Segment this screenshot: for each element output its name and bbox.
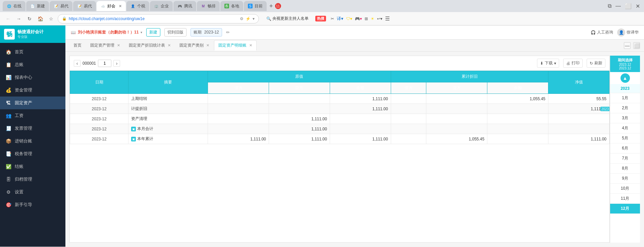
sidebar-item-fund-management[interactable]: 💰 资金管理 bbox=[0, 84, 65, 97]
tab-close-haohui[interactable]: ✕ bbox=[119, 4, 122, 8]
row3-summary: 资产清理 bbox=[128, 114, 208, 124]
service-btn[interactable]: 🎧 人工咨询 bbox=[591, 29, 613, 35]
maximize-btn[interactable]: ⬜ bbox=[624, 2, 633, 11]
period-item-3[interactable]: 3月 bbox=[610, 113, 640, 123]
period-item-9[interactable]: 9月 bbox=[610, 174, 640, 184]
sidebar-item-inventory[interactable]: 📦 进销台账 bbox=[0, 135, 65, 147]
brightness-icon[interactable]: ☀ bbox=[371, 16, 374, 21]
sidebar-item-guide[interactable]: 🎯 新手引导 bbox=[0, 198, 65, 211]
edit-period-icon[interactable]: ✏ bbox=[226, 30, 230, 35]
browser-tab-chang[interactable]: M 畅排 bbox=[197, 1, 220, 11]
refresh-btn-action[interactable]: ↻ 刷新 bbox=[587, 59, 605, 68]
sidebar-item-invoice[interactable]: 🧾 发票管理 bbox=[0, 122, 65, 135]
minimize-window-btn[interactable]: — bbox=[624, 42, 631, 49]
browser-tab-yidai1[interactable]: 📝 易代 bbox=[50, 1, 72, 11]
settlement-icon: ✅ bbox=[5, 164, 11, 170]
tab-home[interactable]: 首页 bbox=[69, 41, 86, 50]
restore-btn[interactable]: ⧉ bbox=[606, 2, 613, 10]
browser-tab-online[interactable]: 🌐 在线 bbox=[3, 1, 25, 11]
period-item-1[interactable]: 1月 bbox=[610, 93, 640, 103]
tab-depreciation-stats[interactable]: 固定资产折旧统计表 ✕ bbox=[125, 41, 175, 50]
sidebar-item-settings[interactable]: ⚙ 设置 bbox=[0, 186, 65, 198]
refresh-btn[interactable]: ↻ bbox=[25, 15, 34, 23]
period-scroll-up-btn[interactable]: ▲ bbox=[621, 73, 630, 83]
reports-icon: 📊 bbox=[5, 74, 11, 80]
period-item-6[interactable]: 6月 bbox=[610, 143, 640, 153]
shield-icon[interactable]: 🛡▾ bbox=[346, 16, 352, 21]
table-row[interactable]: 2023-12 资产清理 1,111.00 bbox=[70, 114, 609, 124]
table-row[interactable]: 2023-12 ▣ 本月合计 1,111.00 bbox=[70, 124, 609, 134]
print-btn[interactable]: 🖨 打印 bbox=[563, 59, 583, 68]
tab-asset-category[interactable]: 固定资产类别 ✕ bbox=[175, 41, 213, 50]
tab-close-stats[interactable]: ✕ bbox=[168, 43, 171, 48]
period-item-7[interactable]: 7月 bbox=[610, 153, 640, 164]
maximize-window-btn[interactable]: ⬜ bbox=[633, 42, 640, 49]
tab-asset-detail[interactable]: 固定资产明细账 ✕ bbox=[214, 40, 257, 51]
game-icon[interactable]: 🎮▾ bbox=[355, 16, 362, 21]
download-btn[interactable]: ⬇ 下载 ▾ bbox=[537, 59, 559, 68]
tab-close-detail[interactable]: ✕ bbox=[249, 43, 252, 48]
period-item-5[interactable]: 5月 bbox=[610, 133, 640, 143]
period-item-11[interactable]: 11月 bbox=[610, 194, 640, 204]
tab-close-mgmt[interactable]: ✕ bbox=[117, 43, 120, 48]
menu-icon[interactable]: ☰ bbox=[385, 15, 390, 22]
sidebar-item-settlement[interactable]: ✅ 结账 bbox=[0, 160, 65, 173]
sidebar: 畅 畅捷通好会计 专业版 🏠 首页 📋 总账 📊 报表中心 💰 资金管理 bbox=[0, 25, 65, 247]
sidebar-item-payroll[interactable]: 👥 工资 bbox=[0, 109, 65, 122]
period-item-10[interactable]: 10月 bbox=[610, 184, 640, 194]
period-item-year[interactable]: 2023 bbox=[610, 84, 640, 93]
close-btn[interactable]: ✕ bbox=[634, 2, 641, 11]
browser-tab-tax[interactable]: 👤 个税 bbox=[126, 1, 149, 11]
period-item-8[interactable]: 8月 bbox=[610, 164, 640, 174]
account-selector[interactable]: 📖 刘小艳演示账套（勿删勿动！）11 ▾ bbox=[71, 29, 142, 35]
sidebar-item-tax[interactable]: 📑 税务管理 bbox=[0, 147, 65, 160]
browser-tab-new[interactable]: 📄 新建 bbox=[26, 1, 49, 11]
sidebar-item-home[interactable]: 🏠 首页 bbox=[0, 46, 65, 58]
back-btn[interactable]: ← bbox=[4, 15, 12, 23]
sidebar-label-settings: 设置 bbox=[15, 189, 23, 195]
col-orig-credit: 贷方 bbox=[269, 82, 330, 94]
home-btn[interactable]: 🏠 bbox=[36, 15, 44, 23]
browser-tab-mubiao[interactable]: S 目前 bbox=[244, 1, 267, 11]
row3-accum-credit bbox=[426, 114, 487, 124]
search-btn[interactable]: 🔍 央视更新主持人名单 bbox=[264, 15, 311, 22]
fund-icon: 💰 bbox=[5, 87, 11, 93]
tab-fixed-assets-mgmt[interactable]: 固定资产管理 ✕ bbox=[86, 41, 124, 50]
address-bar[interactable]: 🔒 https://cloud.chanjet.com/accounting/u… bbox=[58, 14, 259, 23]
sidebar-item-reports[interactable]: 📊 报表中心 bbox=[0, 71, 65, 84]
grid-icon[interactable]: ⊞ bbox=[365, 16, 368, 21]
browser-tab-tencent[interactable]: 🎮 腾讯 bbox=[173, 1, 196, 11]
tab-close-category[interactable]: ✕ bbox=[206, 43, 209, 48]
bookmark-btn[interactable]: ☆ bbox=[47, 15, 55, 23]
table-row[interactable]: 2023-12 ▣ 本年累计 1,111.00 1,111.00 1,111.0 bbox=[70, 134, 609, 144]
new-tab-btn[interactable]: + bbox=[269, 2, 274, 10]
table-row[interactable]: 2023-12 计提折旧 1,111.00 1,111.00 bbox=[70, 104, 609, 114]
switch-version-btn[interactable]: 切到旧版 bbox=[164, 28, 186, 37]
sidebar-item-archive[interactable]: 🗄 归档管理 bbox=[0, 173, 65, 186]
period-item-4[interactable]: 4月 bbox=[610, 123, 640, 133]
hot-search-btn[interactable]: 热搜 bbox=[313, 15, 328, 22]
user-info[interactable]: 👤 徐译华 bbox=[617, 28, 639, 37]
translate-icon[interactable]: 译▾ bbox=[337, 16, 343, 22]
table-row[interactable]: 2023-12 上期结转 1,111.00 1,055.45 55.55 bbox=[70, 94, 609, 104]
app-logo: 畅 bbox=[4, 29, 15, 40]
undo-icon[interactable]: ↩▾ bbox=[377, 16, 382, 21]
cut-icon[interactable]: ✂ bbox=[331, 16, 334, 21]
new-account-btn[interactable]: 新建 bbox=[146, 28, 160, 37]
browser-tab-haohui[interactable]: ☁️ 好会 ✕ bbox=[97, 1, 126, 11]
period-item-2[interactable]: 2月 bbox=[610, 103, 640, 113]
address-dropdown-icon[interactable]: ▾ bbox=[253, 16, 255, 21]
browser-tab-yidai2[interactable]: 📝 易代 bbox=[73, 1, 96, 11]
forward-btn[interactable]: → bbox=[15, 15, 23, 23]
next-page-btn[interactable]: › bbox=[113, 60, 120, 67]
browser-tab-gedi[interactable]: 各 各地 bbox=[220, 1, 243, 11]
sidebar-item-general-ledger[interactable]: 📋 总账 bbox=[0, 58, 65, 71]
browser-tab-enterprise[interactable]: 🏢 企业 bbox=[150, 1, 173, 11]
sidebar-item-fixed-assets[interactable]: 🏗 固定资产 bbox=[0, 97, 65, 109]
download-label: 下载 bbox=[545, 60, 553, 66]
col-date: 日期 bbox=[70, 71, 128, 94]
period-item-12[interactable]: 12月 bbox=[610, 204, 640, 214]
page-input[interactable] bbox=[98, 60, 111, 67]
prev-page-btn[interactable]: ‹ bbox=[74, 60, 80, 67]
minimize-btn[interactable]: — bbox=[614, 2, 622, 10]
